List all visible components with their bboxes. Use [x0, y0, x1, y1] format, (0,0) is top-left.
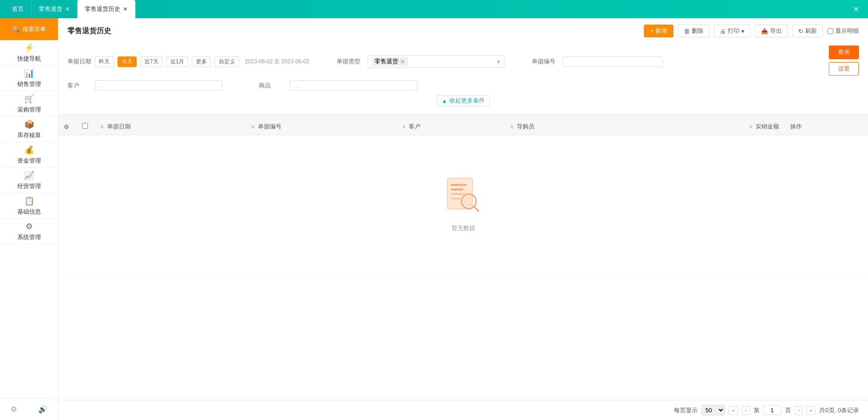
export-label: 导出: [770, 27, 782, 35]
svg-line-6: [474, 206, 478, 211]
tab-retail-return-history[interactable]: 零售退货历史 ✕: [77, 0, 135, 18]
th-customer-sort-icon[interactable]: ⇅: [402, 124, 406, 129]
query-settings-col: 查询 设置: [829, 46, 859, 76]
th-date-sort-icon[interactable]: ⇅: [100, 124, 104, 129]
th-amount-sort-icon[interactable]: ⇅: [749, 124, 753, 129]
date-btn-1month[interactable]: 近1月: [166, 56, 189, 67]
th-guide-sort-icon[interactable]: ⇅: [510, 124, 514, 129]
empty-state-row: 暂无数据: [58, 135, 868, 273]
bill-type-select[interactable]: 零售退货 ✕ ▾: [368, 55, 504, 68]
date-btn-more[interactable]: 更多: [192, 56, 211, 67]
th-customer-label: 客户: [409, 123, 421, 130]
page-number-input[interactable]: [763, 405, 781, 415]
th-check[interactable]: [77, 118, 95, 135]
sidebar-search-label: 搜索菜单: [22, 25, 46, 33]
delete-icon: 🗑: [684, 28, 690, 35]
th-action: 操作: [785, 118, 868, 135]
next-page-button[interactable]: ›: [795, 406, 803, 415]
sidebar-item-operation-label: 经营管理: [17, 182, 41, 190]
export-button[interactable]: 📤 导出: [755, 25, 788, 37]
last-page-button[interactable]: »: [806, 406, 816, 415]
th-number-sort-icon[interactable]: ⇅: [251, 124, 255, 129]
date-btn-today[interactable]: 今天: [118, 56, 137, 67]
sidebar-search[interactable]: 🔍 搜索菜单: [0, 18, 58, 40]
sidebar-settings-icon[interactable]: ⚙: [10, 405, 17, 414]
bill-type-tag-close[interactable]: ✕: [400, 58, 405, 65]
sidebar-item-sales[interactable]: 📊 销售管理: [0, 66, 58, 91]
sidebar-item-operation[interactable]: 📈 经营管理: [0, 168, 58, 193]
delete-button[interactable]: 🗑 删除: [678, 25, 709, 37]
bill-number-label: 单据编号: [532, 57, 559, 66]
empty-text: 暂无数据: [452, 224, 475, 232]
empty-state: 暂无数据: [64, 139, 863, 269]
goods-section: 商品 ...: [259, 80, 417, 91]
show-detail-checkbox[interactable]: [827, 28, 833, 34]
sidebar-item-system[interactable]: ⚙ 系统管理: [0, 219, 58, 244]
sidebar-item-purchase[interactable]: 🛒 采购管理: [0, 91, 58, 117]
tab-home[interactable]: 首页: [5, 0, 31, 18]
refresh-label: 刷新: [805, 27, 817, 35]
page-unit: 页: [785, 406, 791, 415]
sidebar-item-inventory[interactable]: 📦 库存核算: [0, 117, 58, 142]
bill-type-chevron: ▾: [497, 58, 500, 65]
goods-dots: ...: [294, 82, 299, 89]
query-button[interactable]: 查询: [829, 46, 859, 59]
sidebar-item-system-label: 系统管理: [17, 233, 41, 241]
page-label: 第: [754, 406, 760, 415]
filter-row-1: 单据日期 昨天 今天 近7天 近1月 更多 自定义 2023-06-02 至 2…: [67, 47, 859, 76]
sidebar-bottom: ⚙ 🔊: [0, 398, 58, 420]
tab-retail-return[interactable]: 零售退货 ✕: [31, 0, 77, 18]
sidebar-item-purchase-label: 采购管理: [17, 106, 41, 114]
date-btn-7days[interactable]: 近7天: [140, 56, 163, 67]
show-detail-checkbox-label[interactable]: 显示明细: [827, 27, 859, 35]
date-range-display: 2023-06-02 至 2023-06-02: [245, 58, 309, 66]
sidebar-item-basic[interactable]: 📋 基础信息: [0, 193, 58, 219]
page-size-select[interactable]: 50 10 20 100: [701, 405, 725, 415]
print-label: 打印: [728, 27, 740, 35]
th-gear[interactable]: ⚙: [58, 118, 77, 135]
bill-type-section: 单据类型 零售退货 ✕ ▾: [337, 55, 504, 68]
bill-type-tag: 零售退货 ✕: [372, 57, 408, 66]
date-btn-custom[interactable]: 自定义: [215, 56, 239, 67]
sidebar-item-quick-nav[interactable]: ⚡ 快捷导航: [0, 40, 58, 66]
print-button[interactable]: 🖨 打印 ▾: [714, 25, 750, 37]
settings-button[interactable]: 设置: [829, 62, 859, 76]
prev-page-button[interactable]: ‹: [742, 406, 750, 415]
first-page-button[interactable]: «: [729, 406, 738, 415]
sidebar: 🔍 搜索菜单 ⚡ 快捷导航 📊 销售管理 🛒 采购管理 📦 库存核算 💰 资金管…: [0, 18, 58, 420]
table-header-row: ⚙ ⇅ 单据日期 ⇅ 单据编号 ⇅ 客户: [58, 118, 868, 135]
collapse-button[interactable]: ▲ 收起更多条件: [437, 95, 490, 106]
refresh-button[interactable]: ↻ 刷新: [792, 25, 823, 37]
goods-select[interactable]: ...: [290, 80, 417, 91]
page-size-label: 每页显示: [674, 406, 698, 415]
select-all-checkbox[interactable]: [82, 123, 88, 129]
tab-retail-return-close[interactable]: ✕: [65, 6, 70, 12]
main-layout: 🔍 搜索菜单 ⚡ 快捷导航 📊 销售管理 🛒 采购管理 📦 库存核算 💰 资金管…: [0, 18, 868, 420]
content-area: 零售退货历史 + 新增 🗑 删除 🖨 打印 ▾ 📤 导出: [58, 18, 868, 420]
sidebar-item-sales-label: 销售管理: [17, 80, 41, 88]
sidebar-audio-icon[interactable]: 🔊: [38, 405, 47, 414]
quick-nav-icon: ⚡: [24, 43, 34, 53]
th-number: ⇅ 单据编号: [246, 118, 396, 135]
tab-retail-return-history-close[interactable]: ✕: [123, 6, 128, 12]
finance-icon: 💰: [24, 145, 34, 155]
print-chevron: ▾: [741, 28, 745, 35]
th-date: ⇅ 单据日期: [95, 118, 246, 135]
customer-select[interactable]: ...: [95, 80, 222, 91]
basic-icon: 📋: [24, 196, 34, 206]
window-close-button[interactable]: ✕: [848, 5, 863, 14]
sidebar-item-finance[interactable]: 💰 资金管理: [0, 142, 58, 168]
bill-number-input[interactable]: [563, 56, 663, 67]
date-filter-label: 单据日期: [67, 57, 95, 66]
sales-icon: 📊: [24, 68, 34, 78]
th-guide-label: 导购员: [517, 123, 534, 130]
sidebar-item-basic-label: 基础信息: [17, 208, 41, 216]
system-icon: ⚙: [26, 221, 33, 231]
page-title: 零售退货历史: [67, 26, 111, 36]
delete-label: 删除: [692, 27, 704, 35]
pagination-bar: 每页显示 50 10 20 100 « ‹ 第 页 › » 共0页, 0条记录: [58, 400, 868, 420]
filter-row-2: 客户 ... 商品 ...: [67, 80, 859, 91]
tab-retail-return-label: 零售退货: [39, 5, 62, 13]
add-button[interactable]: + 新增: [644, 25, 673, 37]
date-btn-yesterday[interactable]: 昨天: [95, 56, 114, 67]
